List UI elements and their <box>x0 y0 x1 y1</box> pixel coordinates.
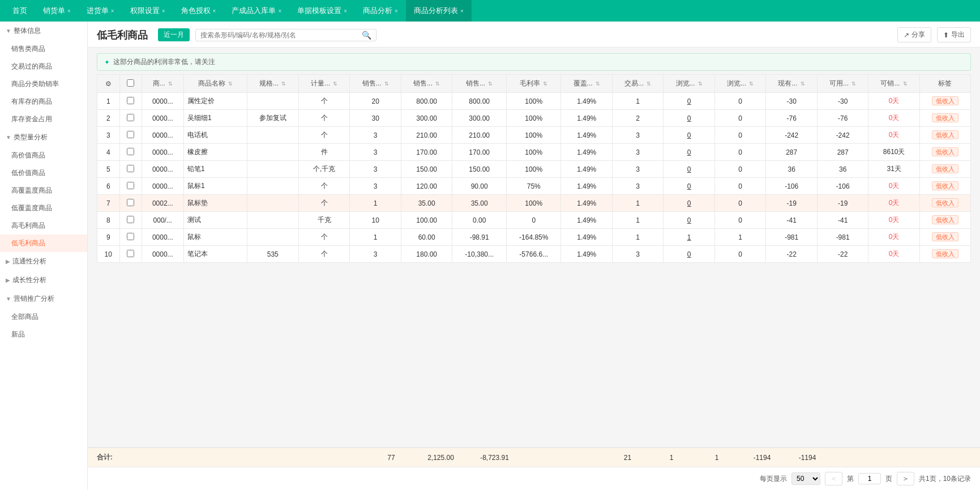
sidebar-item-low-coverage[interactable]: 低覆盖度商品 <box>0 199 87 217</box>
row-check[interactable] <box>119 110 142 127</box>
browse1-link[interactable]: 0 <box>687 250 691 258</box>
nav-permission[interactable]: 权限设置 × <box>122 0 173 22</box>
nav-home[interactable]: 首页 <box>5 0 35 22</box>
col-gross-rate[interactable]: 毛利率 ⇅ <box>506 75 561 93</box>
row-checkbox-1[interactable] <box>127 114 134 121</box>
sidebar-group-flow-title[interactable]: ▶ 流通性分析 <box>0 252 87 271</box>
col-current[interactable]: 现有... ⇅ <box>766 75 817 93</box>
row-check[interactable] <box>119 229 142 246</box>
browse1-link[interactable]: 0 <box>687 165 691 173</box>
nav-product-entry-close[interactable]: × <box>278 8 281 14</box>
export-button[interactable]: ⬆ 导出 <box>937 27 971 42</box>
page-input[interactable] <box>858 473 881 484</box>
select-all-checkbox[interactable] <box>127 79 134 87</box>
col-unit[interactable]: 计量... ⇅ <box>298 75 349 93</box>
col-sales-qty[interactable]: 销售... ⇅ <box>350 75 401 93</box>
settings-icon[interactable]: ⚙ <box>105 80 112 88</box>
prev-page-button[interactable]: ＜ <box>825 472 842 485</box>
row-check[interactable] <box>119 195 142 212</box>
row-browse1[interactable]: 0 <box>664 110 714 127</box>
row-check[interactable] <box>119 161 142 178</box>
nav-template-close[interactable]: × <box>344 8 347 14</box>
row-name[interactable]: 鼠标1 <box>184 178 247 195</box>
row-browse1[interactable]: 0 <box>664 161 714 178</box>
row-checkbox-3[interactable] <box>127 148 134 155</box>
row-browse1[interactable]: 0 <box>664 212 714 229</box>
sidebar-group-type-title[interactable]: ▼ 类型量分析 <box>0 128 87 147</box>
col-available[interactable]: 可用... ⇅ <box>817 75 868 93</box>
col-coverage[interactable]: 覆盖... ⇅ <box>561 75 612 93</box>
nav-permission-close[interactable]: × <box>162 8 165 14</box>
sidebar-item-inventory-capital[interactable]: 库存资金占用 <box>0 110 87 128</box>
col-settings[interactable]: ⚙ <box>97 75 120 93</box>
row-checkbox-5[interactable] <box>127 182 134 189</box>
browse1-link[interactable]: 1 <box>687 233 691 241</box>
col-code[interactable]: 商... ⇅ <box>142 75 184 93</box>
nav-goods-list[interactable]: 商品分析列表 × <box>406 0 472 22</box>
row-name[interactable]: 吴细细1 <box>184 110 247 127</box>
row-name[interactable]: 鼠标 <box>184 229 247 246</box>
nav-product-entry[interactable]: 产成品入库单 × <box>224 0 289 22</box>
nav-role-close[interactable]: × <box>213 8 216 14</box>
col-trade[interactable]: 交易... ⇅ <box>612 75 663 93</box>
row-checkbox-0[interactable] <box>127 97 134 104</box>
row-browse1[interactable]: 0 <box>664 178 714 195</box>
row-browse1[interactable]: 1 <box>664 229 714 246</box>
col-sellable[interactable]: 可销... ⇅ <box>868 75 919 93</box>
sidebar-item-high-margin[interactable]: 高毛利商品 <box>0 217 87 235</box>
row-check[interactable] <box>119 212 142 229</box>
row-checkbox-4[interactable] <box>127 165 134 172</box>
sidebar-item-category-rate[interactable]: 商品分类助销率 <box>0 75 87 93</box>
sidebar-item-high-coverage[interactable]: 高覆盖度商品 <box>0 182 87 199</box>
nav-purchase[interactable]: 进货单 × <box>79 0 122 22</box>
browse1-link[interactable]: 0 <box>687 114 691 122</box>
browse1-link[interactable]: 0 <box>687 216 691 224</box>
nav-role[interactable]: 角色授权 × <box>173 0 224 22</box>
row-name[interactable]: 橡皮擦 <box>184 144 247 161</box>
nav-goods-analysis-close[interactable]: × <box>395 8 398 14</box>
share-button[interactable]: ↗ 分享 <box>897 27 931 42</box>
col-name[interactable]: 商品名称 ⇅ <box>184 75 247 93</box>
browse1-link[interactable]: 0 <box>687 182 691 190</box>
search-icon[interactable]: 🔍 <box>362 31 371 40</box>
sidebar-item-all-goods[interactable]: 全部商品 <box>0 308 87 326</box>
row-browse1[interactable]: 0 <box>664 144 714 161</box>
row-check[interactable] <box>119 127 142 144</box>
nav-sales-close[interactable]: × <box>67 8 71 14</box>
row-check[interactable] <box>119 178 142 195</box>
sidebar-group-growth-title[interactable]: ▶ 成长性分析 <box>0 271 87 289</box>
row-check[interactable] <box>119 144 142 161</box>
row-checkbox-7[interactable] <box>127 216 134 223</box>
row-name[interactable]: 笔记本 <box>184 246 247 263</box>
col-sales-amount[interactable]: 销售... ⇅ <box>452 75 507 93</box>
search-input[interactable] <box>200 31 362 39</box>
row-browse1[interactable]: 0 <box>664 93 714 110</box>
row-browse1[interactable]: 0 <box>664 246 714 263</box>
browse1-link[interactable]: 0 <box>687 131 691 139</box>
sidebar-item-sales-goods[interactable]: 销售类商品 <box>0 40 87 58</box>
nav-template[interactable]: 单据模板设置 × <box>289 0 355 22</box>
row-name[interactable]: 鼠标垫 <box>184 195 247 212</box>
nav-goods-list-close[interactable]: × <box>460 8 464 14</box>
sidebar-group-overall-title[interactable]: ▼ 整体信息 <box>0 22 87 40</box>
sidebar-item-traded-goods[interactable]: 交易过的商品 <box>0 58 87 75</box>
sidebar-item-low-margin[interactable]: 低毛利商品 <box>0 235 87 252</box>
row-checkbox-8[interactable] <box>127 233 134 240</box>
col-browse1[interactable]: 浏览... ⇅ <box>664 75 714 93</box>
row-browse1[interactable]: 0 <box>664 127 714 144</box>
nav-sales[interactable]: 销货单 × <box>35 0 79 22</box>
next-page-button[interactable]: ＞ <box>897 472 914 485</box>
row-check[interactable] <box>119 93 142 110</box>
row-checkbox-2[interactable] <box>127 131 134 138</box>
browse1-link[interactable]: 0 <box>687 97 691 105</box>
sidebar-group-marketing-title[interactable]: ▼ 营销推广分析 <box>0 289 87 308</box>
sidebar-item-inventory-goods[interactable]: 有库存的商品 <box>0 93 87 110</box>
sidebar-item-high-value[interactable]: 高价值商品 <box>0 147 87 164</box>
nav-purchase-close[interactable]: × <box>111 8 114 14</box>
row-checkbox-9[interactable] <box>127 250 134 257</box>
col-sales-price[interactable]: 销售... ⇅ <box>401 75 452 93</box>
period-button[interactable]: 近一月 <box>158 28 190 41</box>
col-browse2[interactable]: 浏览... ⇅ <box>714 75 765 93</box>
row-name[interactable]: 测试 <box>184 212 247 229</box>
browse1-link[interactable]: 0 <box>687 148 691 156</box>
